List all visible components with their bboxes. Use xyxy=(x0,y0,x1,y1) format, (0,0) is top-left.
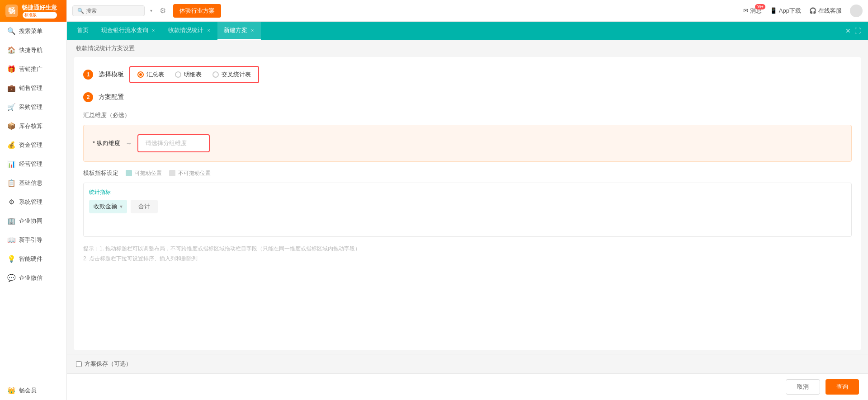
save-plan-label: 方案保存（可选） xyxy=(85,360,132,368)
sidebar-label-marketing: 营销推广 xyxy=(19,65,42,73)
logo-icon: 畅 xyxy=(5,5,18,17)
sidebar-logo: 畅 畅捷通好生意 标准版 xyxy=(0,0,66,22)
radio-summary-label: 汇总表 xyxy=(146,71,164,79)
legend-draggable-box xyxy=(126,170,132,176)
search-menu-icon: 🔍 xyxy=(7,27,15,35)
operation-icon: 📊 xyxy=(7,160,15,168)
enterprise-icon: 🏢 xyxy=(7,217,15,225)
basic-info-icon: 📋 xyxy=(7,179,15,187)
radio-cross[interactable]: 交叉统计表 xyxy=(212,71,251,79)
radio-detail-dot xyxy=(175,71,181,78)
sidebar-item-sales[interactable]: 💼 销售管理 xyxy=(0,79,66,98)
tab-cash-bank[interactable]: 现金银行流水查询 × xyxy=(95,22,162,40)
search-box[interactable]: 🔍 xyxy=(72,5,145,16)
legend-draggable-label: 可拖动位置 xyxy=(135,169,162,177)
legend-fixed-label: 不可拖动位置 xyxy=(178,169,211,177)
user-avatar[interactable] xyxy=(850,5,863,17)
radio-detail[interactable]: 明细表 xyxy=(175,71,202,79)
sidebar-item-finance[interactable]: 💰 资金管理 xyxy=(0,136,66,155)
bottom-bar: 取消 查询 xyxy=(67,373,868,400)
indicator-section: 模板指标设定 可拖动位置 不可拖动位置 统计指标 xyxy=(83,169,852,237)
wechat-icon: 💬 xyxy=(7,274,15,282)
sidebar-label-inventory: 库存核算 xyxy=(19,122,42,130)
section2: 2 方案配置 汇总维度（必选） * 纵向维度 → 请选择分组维度 模板指标设定 xyxy=(83,92,852,264)
sidebar-item-purchase[interactable]: 🛒 采购管理 xyxy=(0,98,66,117)
search-input[interactable] xyxy=(86,8,136,14)
dimension-area: * 纵向维度 → 请选择分组维度 xyxy=(83,125,852,162)
tab-receipt-stats[interactable]: 收款情况统计 × xyxy=(162,22,217,40)
sidebar-item-quick-nav[interactable]: 🏠 快捷导航 xyxy=(0,41,66,60)
page-content: 收款情况统计方案设置 1 选择模板 汇总表 明细表 xyxy=(67,40,868,373)
online-service-item[interactable]: 🎧 在线客服 xyxy=(809,7,842,15)
sidebar-label-search-menu: 搜索菜单 xyxy=(19,27,42,35)
dim-select-box[interactable]: 请选择分组维度 xyxy=(137,134,210,152)
sidebar-item-inventory[interactable]: 📦 库存核算 xyxy=(0,117,66,136)
sidebar-label-wechat: 企业微信 xyxy=(19,274,42,282)
indicator-sub-tag-total: 合计 xyxy=(131,200,158,213)
tab-home-label: 首页 xyxy=(77,26,89,34)
breadcrumb: 收款情况统计方案设置 xyxy=(67,40,868,57)
radio-summary-dot xyxy=(137,71,144,78)
tips-area: 提示：1. 拖动标题栏可以调整布局，不可跨维度或指标区域拖动栏目字段（只能在同一… xyxy=(83,244,852,264)
sidebar-item-search-menu[interactable]: 🔍 搜索菜单 xyxy=(0,22,66,41)
section2-title: 方案配置 xyxy=(99,93,124,101)
tip2: 2. 点击标题栏下拉可设置排序、插入列和删除列 xyxy=(83,254,852,264)
section1-num: 1 xyxy=(83,70,93,80)
sidebar-item-guide[interactable]: 📖 新手引导 xyxy=(0,231,66,249)
cancel-button[interactable]: 取消 xyxy=(786,379,820,395)
sidebar-label-quick-nav: 快捷导航 xyxy=(19,46,42,54)
tab-cash-bank-label: 现金银行流水查询 xyxy=(101,26,148,34)
inventory-icon: 📦 xyxy=(7,122,15,130)
online-service-label: 在线客服 xyxy=(818,7,842,15)
finance-icon: 💰 xyxy=(7,141,15,149)
sidebar-label-purchase: 采购管理 xyxy=(19,103,42,111)
sidebar-item-hardware[interactable]: 💡 智能硬件 xyxy=(0,249,66,268)
sidebar-label-basic-info: 基础信息 xyxy=(19,179,42,187)
dropdown-arrow-icon[interactable]: ▾ xyxy=(150,8,152,13)
sidebar-label-guide: 新手引导 xyxy=(19,236,42,244)
indicator-header: 模板指标设定 可拖动位置 不可拖动位置 xyxy=(83,169,852,177)
sales-icon: 💼 xyxy=(7,84,15,92)
save-plan-checkbox[interactable] xyxy=(76,361,82,367)
indicator-label: 模板指标设定 xyxy=(83,169,118,177)
page-footer: 方案保存（可选） xyxy=(67,354,868,373)
section1-title: 选择模板 xyxy=(99,71,124,79)
tab-receipt-stats-label: 收款情况统计 xyxy=(168,26,203,34)
settings-icon[interactable]: ⚙ xyxy=(160,6,166,15)
app-download-item[interactable]: 📱 App下载 xyxy=(770,7,801,15)
maximize-window-icon[interactable]: ⛶ xyxy=(854,27,861,34)
legend-fixed-box xyxy=(169,170,175,176)
tab-cash-bank-close[interactable]: × xyxy=(151,28,156,33)
tab-receipt-stats-close[interactable]: × xyxy=(206,28,211,33)
sidebar-item-basic-info[interactable]: 📋 基础信息 xyxy=(0,174,66,193)
guide-icon: 📖 xyxy=(7,236,15,244)
industry-plan-button[interactable]: 体验行业方案 xyxy=(173,4,221,18)
tab-new-plan-label: 新建方案 xyxy=(224,26,247,34)
sidebar-item-operation[interactable]: 📊 经营管理 xyxy=(0,155,66,174)
sidebar-item-marketing[interactable]: 🎁 营销推广 xyxy=(0,60,66,79)
query-button[interactable]: 查询 xyxy=(826,379,859,395)
radio-detail-label: 明细表 xyxy=(184,71,202,79)
system-icon: ⚙ xyxy=(7,198,15,206)
notification-item[interactable]: ✉ 消息 99+ xyxy=(743,7,762,15)
sidebar-item-enterprise[interactable]: 🏢 企业协同 xyxy=(0,212,66,231)
legend-draggable: 可拖动位置 xyxy=(126,169,162,177)
close-window-icon[interactable]: ✕ xyxy=(845,27,851,34)
save-plan-checkbox-label[interactable]: 方案保存（可选） xyxy=(76,360,132,368)
dropdown-arrow-indicator[interactable]: ▾ xyxy=(120,203,123,210)
mobile-icon: 📱 xyxy=(770,7,777,14)
search-icon: 🔍 xyxy=(77,8,84,14)
sidebar-item-wechat[interactable]: 💬 企业微信 xyxy=(0,268,66,287)
sidebar-label-system: 系统管理 xyxy=(19,198,42,206)
radio-summary[interactable]: 汇总表 xyxy=(137,71,164,79)
sidebar-item-system[interactable]: ⚙ 系统管理 xyxy=(0,193,66,212)
sidebar: 畅 畅捷通好生意 标准版 🔍 搜索菜单 🏠 快捷导航 🎁 营销推广 💼 销售管理… xyxy=(0,0,67,400)
tab-new-plan-close[interactable]: × xyxy=(250,28,255,33)
dimension-section-label: 汇总维度（必选） xyxy=(83,111,852,119)
tab-home[interactable]: 首页 xyxy=(71,22,95,40)
tab-new-plan[interactable]: 新建方案 × xyxy=(217,22,261,40)
tabbar: 首页 现金银行流水查询 × 收款情况统计 × 新建方案 × ✕ ⛶ xyxy=(67,22,868,40)
indicator-tag-receipt[interactable]: 收款金额 ▾ xyxy=(89,200,127,213)
window-controls: ✕ ⛶ xyxy=(845,22,864,40)
sidebar-item-member[interactable]: 👑 畅会员 xyxy=(0,381,66,400)
